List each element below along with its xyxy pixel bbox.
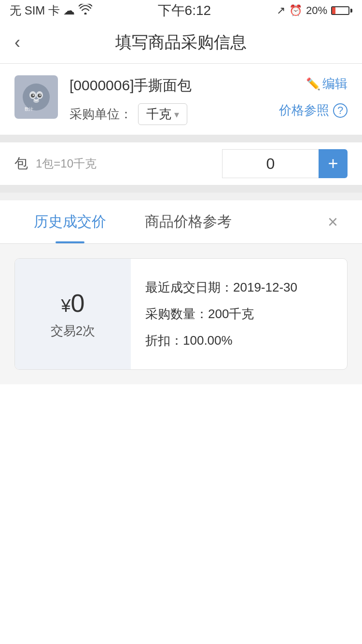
product-section: 数汁 [0000006]手撕面包 采购单位： 千克 ▾ ✏️ 编辑 (0, 64, 362, 135)
section-divider-2 (0, 185, 362, 193)
unit-label: 采购单位： (70, 106, 132, 123)
history-card-right: 最近成交日期：2019-12-30 采购数量：200千克 折扣：100.00% (131, 259, 312, 369)
tab-product-price-ref-label: 商品价格参考 (145, 213, 232, 229)
status-bar: 无 SIM 卡 ☁ 下午6:12 ↗ ⏰ 20% (0, 0, 362, 21)
quantity-unit-badge: 包 (14, 154, 28, 173)
product-left: 数汁 [0000006]手撕面包 采购单位： 千克 ▾ (14, 75, 192, 125)
product-thumbnail: 数汁 (14, 75, 58, 119)
status-right: ↗ ⏰ 20% (277, 4, 352, 17)
discount-label: 折扣： (145, 333, 183, 348)
price-currency: ¥ (61, 296, 71, 316)
price-ref-button[interactable]: 价格参照 ? (279, 102, 348, 119)
quantity-desc: 1包=10千克 (36, 156, 97, 171)
sim-status: 无 SIM 卡 ☁ (10, 3, 75, 18)
svg-point-6 (40, 95, 41, 96)
wifi-icon (79, 4, 92, 17)
nav-bar: ‹ 填写商品采购信息 (0, 21, 362, 64)
tabs-section: 历史成交价 商品价格参考 × ¥0 交易2次 最近成交日期：2019-12-30… (0, 200, 362, 384)
edit-button[interactable]: ✏️ 编辑 (306, 75, 348, 92)
product-header: 数汁 [0000006]手撕面包 采购单位： 千克 ▾ ✏️ 编辑 (14, 75, 348, 125)
section-divider-1 (0, 135, 362, 142)
price-ref-label: 价格参照 (279, 102, 329, 119)
quantity-right: 0 + (222, 149, 348, 178)
quantity-plus-button[interactable]: + (319, 149, 348, 178)
quantity-section: 包 1包=10千克 0 + (0, 142, 362, 185)
history-trade-count: 交易2次 (51, 322, 95, 339)
quantity-left: 包 1包=10千克 (14, 154, 97, 173)
status-left: 无 SIM 卡 ☁ (10, 3, 92, 18)
tab-history-price[interactable]: 历史成交价 (14, 200, 125, 243)
history-card: ¥0 交易2次 最近成交日期：2019-12-30 采购数量：200千克 折扣：… (14, 258, 348, 370)
battery-percent: 20% (306, 4, 327, 17)
back-button[interactable]: ‹ (14, 32, 43, 53)
history-card-left: ¥0 交易2次 (15, 259, 131, 369)
tab-product-price-ref[interactable]: 商品价格参考 (125, 200, 251, 243)
purchase-qty-label: 采购数量： (145, 307, 208, 321)
history-recent-date-row: 最近成交日期：2019-12-30 (145, 278, 297, 297)
price-value: 0 (71, 289, 85, 317)
unit-value: 千克 (146, 106, 171, 123)
location-icon: ↗ (277, 4, 285, 17)
quantity-input[interactable]: 0 (222, 149, 319, 178)
main-bg (0, 384, 362, 644)
product-info: [0000006]手撕面包 采购单位： 千克 ▾ (70, 75, 192, 125)
edit-icon: ✏️ (306, 77, 320, 91)
tab-content-history: ¥0 交易2次 最近成交日期：2019-12-30 采购数量：200千克 折扣：… (0, 244, 362, 384)
recent-date-label: 最近成交日期： (145, 280, 233, 294)
tab-history-price-label: 历史成交价 (34, 213, 106, 229)
history-purchase-qty-row: 采购数量：200千克 (145, 305, 297, 323)
history-discount-row: 折扣：100.00% (145, 331, 297, 350)
tabs-header: 历史成交价 商品价格参考 × (0, 200, 362, 244)
product-unit-row: 采购单位： 千克 ▾ (70, 103, 192, 125)
purchase-qty-value: 200千克 (208, 307, 254, 321)
battery-icon (331, 6, 352, 15)
history-price: ¥0 (61, 289, 85, 318)
status-time: 下午6:12 (158, 1, 211, 20)
recent-date-value: 2019-12-30 (233, 280, 297, 294)
svg-point-5 (33, 95, 34, 96)
alarm-icon: ⏰ (289, 4, 302, 17)
discount-value: 100.00% (183, 333, 233, 348)
edit-label: 编辑 (322, 75, 348, 92)
price-ref-help-icon: ? (333, 103, 348, 118)
tabs-close-button[interactable]: × (318, 202, 348, 242)
unit-dropdown-arrow: ▾ (174, 109, 179, 120)
unit-selector[interactable]: 千克 ▾ (138, 103, 187, 125)
svg-text:数汁: 数汁 (25, 107, 33, 112)
page-title: 填写商品采购信息 (115, 31, 247, 54)
product-name: [0000006]手撕面包 (70, 75, 192, 96)
